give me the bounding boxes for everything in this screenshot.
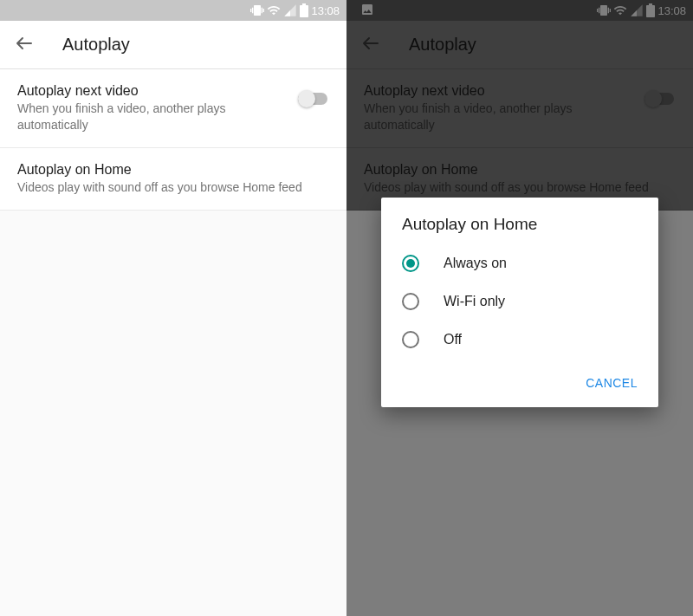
signal-icon bbox=[283, 3, 297, 17]
radio-icon bbox=[402, 255, 419, 272]
toggle-autoplay-next[interactable] bbox=[298, 90, 329, 107]
wifi-icon bbox=[267, 3, 281, 17]
app-bar: Autoplay bbox=[0, 21, 346, 69]
cancel-button[interactable]: CANCEL bbox=[579, 369, 644, 397]
screen-settings: 13:08 Autoplay Autoplay next video When … bbox=[0, 0, 346, 616]
setting-desc: When you finish a video, another plays a… bbox=[17, 101, 284, 133]
screen-dialog: 13:08 Autoplay Autoplay next video When … bbox=[346, 0, 693, 616]
status-icons: 13:08 bbox=[250, 3, 340, 17]
option-off[interactable]: Off bbox=[381, 321, 658, 359]
radio-label: Off bbox=[444, 332, 462, 347]
radio-icon bbox=[402, 331, 419, 348]
option-wifi-only[interactable]: Wi-Fi only bbox=[381, 282, 658, 321]
page-title: Autoplay bbox=[62, 35, 130, 55]
settings-list: Autoplay next video When you finish a vi… bbox=[0, 69, 346, 211]
setting-title: Autoplay on Home bbox=[17, 162, 329, 178]
radio-label: Always on bbox=[444, 256, 507, 271]
vibrate-icon bbox=[250, 3, 264, 17]
dialog-actions: CANCEL bbox=[381, 359, 658, 400]
status-bar: 13:08 bbox=[0, 0, 346, 21]
dialog-autoplay-home: Autoplay on Home Always on Wi-Fi only Of… bbox=[381, 198, 658, 407]
option-always-on[interactable]: Always on bbox=[381, 244, 658, 282]
setting-desc: Videos play with sound off as you browse… bbox=[17, 179, 329, 196]
setting-title: Autoplay next video bbox=[17, 83, 284, 99]
setting-autoplay-next[interactable]: Autoplay next video When you finish a vi… bbox=[0, 69, 346, 148]
radio-icon bbox=[402, 293, 419, 310]
status-time: 13:08 bbox=[311, 4, 340, 17]
setting-autoplay-home[interactable]: Autoplay on Home Videos play with sound … bbox=[0, 148, 346, 211]
battery-icon bbox=[300, 3, 308, 17]
radio-label: Wi-Fi only bbox=[444, 294, 505, 309]
back-button[interactable] bbox=[14, 33, 35, 57]
dialog-title: Autoplay on Home bbox=[381, 215, 658, 244]
